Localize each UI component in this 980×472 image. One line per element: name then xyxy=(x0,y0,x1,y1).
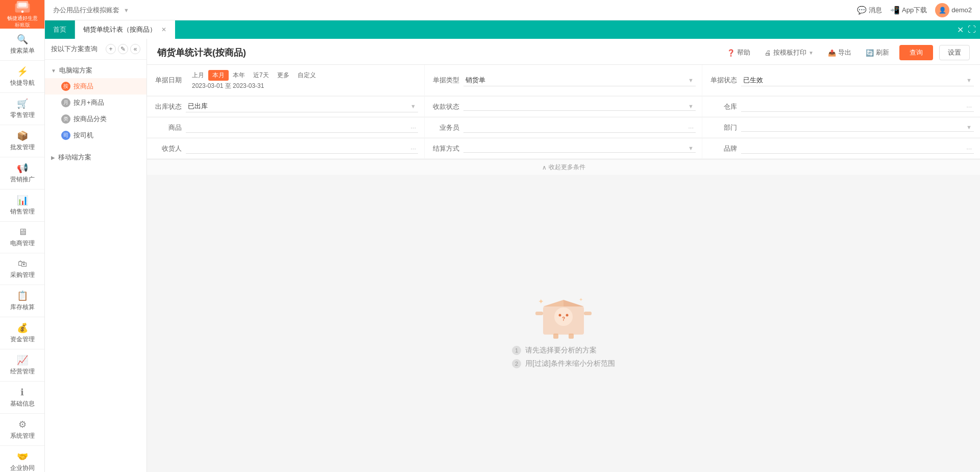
sidebar-item-finance[interactable]: 💰 资金管理 xyxy=(0,317,45,349)
user-name: demo2 xyxy=(951,6,972,14)
page-header: 销货单统计表(按商品) ❓ 帮助 🖨 按模板打印 ▼ 📤 导出 xyxy=(147,39,980,65)
product-dots-icon[interactable]: ··· xyxy=(410,124,416,131)
empty-illustration: ? ✦ ✦ xyxy=(530,278,597,340)
settings-btn[interactable]: 设置 xyxy=(939,45,970,60)
sidebar-item-label: 批发管理 xyxy=(10,143,35,152)
export-icon: 📤 xyxy=(828,49,836,57)
mobile-group-header[interactable]: ▶ 移动端方案 xyxy=(45,150,146,165)
sidebar-item-basic-info[interactable]: ℹ 基础信息 xyxy=(0,382,45,414)
sidebar-item-enterprise[interactable]: 🤝 企业协同 xyxy=(0,446,45,472)
sidebar-item-search[interactable]: 🔍 搜索菜单 xyxy=(0,29,45,61)
tab-close-window-btn[interactable]: ✕ xyxy=(957,25,964,35)
docstatus-value: 已生效 xyxy=(743,76,763,85)
hint-num-1: 1 xyxy=(512,346,521,355)
filter-warehouse-cell: 仓库 ··· xyxy=(702,97,980,117)
collapse-up-icon: ∧ xyxy=(542,164,547,171)
date-tab-last-month[interactable]: 上月 xyxy=(188,70,208,81)
settlement-value-wrap[interactable]: ▼ xyxy=(463,144,696,153)
salesperson-value-wrap[interactable]: ··· xyxy=(463,123,696,133)
scheme-icon-by-category: 类 xyxy=(61,114,70,124)
date-tab-this-year[interactable]: 本年 xyxy=(229,70,249,81)
sidebar-item-label: 资金管理 xyxy=(10,335,35,344)
docstatus-value-wrap[interactable]: 已生效 ▼ xyxy=(741,75,974,86)
export-btn[interactable]: 📤 导出 xyxy=(824,46,855,59)
help-label: 帮助 xyxy=(737,48,750,57)
add-scheme-btn[interactable]: + xyxy=(106,44,116,54)
app-download-btn[interactable]: 📲 App下载 xyxy=(890,6,927,15)
svg-point-6 xyxy=(559,314,561,317)
date-tabs: 上月 本月 本年 近7天 更多 自定义 xyxy=(188,70,320,81)
brand-dots-icon[interactable]: ··· xyxy=(966,145,972,152)
scheme-label-by-product: 按商品 xyxy=(74,82,93,91)
date-tab-custom[interactable]: 自定义 xyxy=(293,70,320,81)
recipient-dots-icon[interactable]: ··· xyxy=(410,145,416,152)
filter-settlement-cell: 结算方式 ▼ xyxy=(425,138,702,159)
inventory-icon: 📋 xyxy=(17,290,28,301)
edit-scheme-btn[interactable]: ✎ xyxy=(118,44,128,54)
filter-outstatus-cell: 出库状态 已出库 ▼ xyxy=(147,97,425,117)
sidebar-item-sales[interactable]: 📊 销售管理 xyxy=(0,190,45,222)
outstatus-value-wrap[interactable]: 已出库 ▼ xyxy=(186,101,418,112)
sidebar-item-label: 销售管理 xyxy=(10,207,35,216)
help-btn[interactable]: ❓ 帮助 xyxy=(723,46,754,59)
date-value[interactable]: 上月 本月 本年 近7天 更多 自定义 2023-03-01 至 2023-03… xyxy=(186,69,418,91)
left-panel-actions: + ✎ « xyxy=(106,44,140,54)
sidebar-item-system[interactable]: ⚙ 系统管理 xyxy=(0,414,45,446)
print-dropdown-icon: ▼ xyxy=(808,50,814,56)
tab-maximize-btn[interactable]: ⛶ xyxy=(968,25,976,34)
tab-close-btn[interactable]: ✕ xyxy=(161,26,166,33)
sidebar-item-inventory[interactable]: 📋 库存核算 xyxy=(0,285,45,317)
salesperson-dots-icon[interactable]: ··· xyxy=(688,124,694,131)
sidebar-item-label: 电商管理 xyxy=(10,239,35,248)
tab-home[interactable]: 首页 xyxy=(45,20,75,39)
sidebar-item-ecommerce[interactable]: 🖥 电商管理 xyxy=(0,222,45,253)
message-btn[interactable]: 💬 消息 xyxy=(857,6,882,15)
user-menu[interactable]: 👤 demo2 xyxy=(935,3,972,17)
sidebar-item-retail[interactable]: 🛒 零售管理 xyxy=(0,93,45,125)
scheme-item-by-product[interactable]: 按 按商品 xyxy=(45,78,146,95)
receiptstatus-value-wrap[interactable]: ▼ xyxy=(463,102,696,111)
query-btn[interactable]: 查询 xyxy=(899,45,933,60)
collapse-label: 收起更多条件 xyxy=(549,163,585,172)
sidebar-item-wholesale[interactable]: 📦 批发管理 xyxy=(0,125,45,157)
print-btn[interactable]: 🖨 按模板打印 ▼ xyxy=(761,46,818,59)
collapse-more-btn[interactable]: ∧ 收起更多条件 xyxy=(147,159,980,175)
department-value-wrap[interactable]: ▼ xyxy=(741,123,974,132)
sidebar-item-marketing[interactable]: 📢 营销推广 xyxy=(0,157,45,190)
scheme-label-by-month: 按月+商品 xyxy=(74,98,104,107)
sidebar-item-quick-nav[interactable]: ⚡ 快捷导航 xyxy=(0,61,45,93)
mobile-expand-icon: ▶ xyxy=(51,155,55,160)
app-logo: 畅捷通好生意 标账版 xyxy=(0,0,45,29)
sidebar-item-operations[interactable]: 📈 经营管理 xyxy=(0,349,45,382)
sidebar-item-label: 系统管理 xyxy=(10,432,35,440)
brand-label: 品牌 xyxy=(708,144,741,153)
doctype-chevron-icon: ▼ xyxy=(688,77,694,83)
refresh-btn[interactable]: 🔄 刷新 xyxy=(862,46,893,59)
expand-triangle-icon: ▼ xyxy=(51,68,56,74)
warehouse-dots-icon[interactable]: ··· xyxy=(966,103,972,110)
scheme-item-by-cashier[interactable]: 司 按司机 xyxy=(45,127,146,144)
date-tab-this-month[interactable]: 本月 xyxy=(208,70,229,81)
header-right: 💬 消息 📲 App下载 👤 demo2 xyxy=(857,3,972,17)
desktop-group-header[interactable]: ▼ 电脑端方案 xyxy=(45,63,146,78)
date-tab-more[interactable]: 更多 xyxy=(273,70,293,81)
date-tab-7days[interactable]: 近7天 xyxy=(249,70,273,81)
recipient-value-wrap[interactable]: ··· xyxy=(186,144,418,154)
svg-text:✦: ✦ xyxy=(538,297,544,305)
tab-sales-stat[interactable]: 销货单统计表（按商品） ✕ xyxy=(75,20,175,39)
home-tab-label: 首页 xyxy=(53,25,66,34)
doctype-value-wrap[interactable]: 销货单 ▼ xyxy=(463,75,696,86)
warehouse-value-wrap[interactable]: ··· xyxy=(741,102,974,112)
search-icon: 🔍 xyxy=(17,34,28,45)
page-actions: ❓ 帮助 🖨 按模板打印 ▼ 📤 导出 🔄 刷新 xyxy=(723,45,970,60)
receiptstatus-chevron-icon: ▼ xyxy=(688,103,694,109)
message-icon: 💬 xyxy=(857,6,867,15)
scheme-item-by-category[interactable]: 类 按商品分类 xyxy=(45,111,146,127)
product-value-wrap[interactable]: ··· xyxy=(186,123,418,133)
workspace-selector[interactable]: 办公用品行业模拟账套 ▼ xyxy=(53,6,129,15)
sidebar-item-purchase[interactable]: 🛍 采购管理 xyxy=(0,253,45,285)
scheme-item-by-month-product[interactable]: 月 按月+商品 xyxy=(45,95,146,111)
collapse-panel-btn[interactable]: « xyxy=(130,44,140,54)
brand-value-wrap[interactable]: ··· xyxy=(741,144,974,154)
filter-product-cell: 商品 ··· xyxy=(147,117,425,138)
